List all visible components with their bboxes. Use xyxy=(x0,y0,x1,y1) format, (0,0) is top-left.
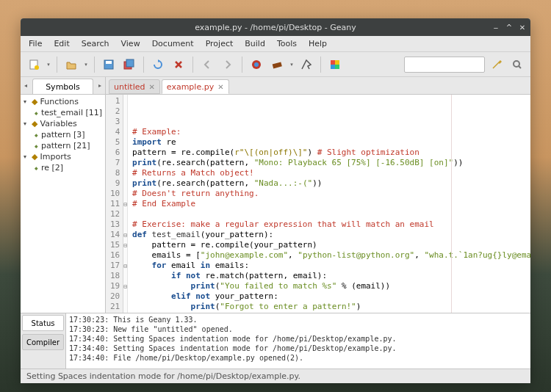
svg-point-13 xyxy=(514,61,519,67)
fold-marker-icon xyxy=(123,148,127,158)
fold-marker-icon[interactable]: ⊟ xyxy=(123,230,127,240)
file-tab[interactable]: untitled✕ xyxy=(109,79,160,94)
right-margin-guide xyxy=(451,95,452,313)
window-title: example.py - /home/pi/Desktop - Geany xyxy=(195,23,356,32)
sidebar-nav-right-icon[interactable]: ▸ xyxy=(95,77,105,94)
fold-marker-icon xyxy=(123,312,127,313)
search-clear-icon[interactable] xyxy=(488,56,505,73)
tree-item[interactable]: ⬥pattern [21] xyxy=(21,140,105,151)
fold-marker-icon xyxy=(123,291,127,302)
fold-marker-icon xyxy=(123,271,127,281)
menu-project[interactable]: Project xyxy=(201,37,239,50)
search-button-icon[interactable] xyxy=(508,56,526,73)
menu-help[interactable]: Help xyxy=(303,37,332,50)
new-file-icon[interactable] xyxy=(25,56,43,73)
fold-marker-icon xyxy=(123,127,127,137)
line-number-gutter: 1234567891011121314151617181920212223 xyxy=(106,95,123,313)
tree-item[interactable]: ⬥test_email [11] xyxy=(21,107,105,118)
close-tab-icon[interactable]: ✕ xyxy=(148,83,154,91)
svg-rect-11 xyxy=(331,65,335,69)
expand-icon[interactable]: ▾ xyxy=(24,120,29,127)
minimize-icon[interactable]: ‒ xyxy=(492,23,500,31)
statusbar: Setting Spaces indentation mode for /hom… xyxy=(21,369,530,383)
color-picker-icon[interactable] xyxy=(326,56,344,73)
menu-tools[interactable]: Tools xyxy=(272,37,302,50)
close-window-icon[interactable]: ✕ xyxy=(519,23,526,31)
fold-marker-icon xyxy=(123,106,127,117)
svg-rect-12 xyxy=(335,65,339,69)
menubar: File Edit Search View Document Project B… xyxy=(21,36,530,52)
file-tab[interactable]: example.py✕ xyxy=(162,79,229,94)
code-content[interactable]: # Example:import repattern = re.compile(… xyxy=(128,95,530,313)
tree-group[interactable]: ▾◆Functions xyxy=(21,96,105,107)
log-line: 17:34:40: Setting Spaces indentation mod… xyxy=(69,334,527,344)
symbol-tree[interactable]: ▾◆Functions⬥test_email [11]▾◆Variables⬥p… xyxy=(21,95,105,313)
close-tab-icon[interactable]: ✕ xyxy=(217,83,223,91)
fold-marker-icon xyxy=(123,178,127,189)
fold-marker-icon xyxy=(123,219,127,230)
fold-marker-icon xyxy=(123,209,127,219)
build-dropdown-icon[interactable]: ▾ xyxy=(289,62,295,68)
toolbar: ▾ ▾ ▾ xyxy=(21,52,530,77)
log-line: 17:34:40: Setting Spaces indentation mod… xyxy=(69,344,527,353)
code-editor[interactable]: 1234567891011121314151617181920212223 ⊟⊟… xyxy=(106,95,530,313)
svg-rect-8 xyxy=(273,62,282,68)
close-file-icon[interactable] xyxy=(170,56,187,73)
status-text: Setting Spaces indentation mode for /hom… xyxy=(26,371,300,381)
tree-item[interactable]: ⬥re [2] xyxy=(21,162,105,173)
fold-marker-icon xyxy=(123,250,127,261)
fold-marker-icon xyxy=(123,117,127,127)
log-line: 17:30:23: This is Geany 1.33. xyxy=(69,315,527,324)
svg-rect-10 xyxy=(335,60,339,65)
tree-group[interactable]: ▾◆Imports xyxy=(21,151,105,162)
fold-marker-icon xyxy=(123,189,127,199)
fold-marker-icon[interactable]: ⊟ xyxy=(123,199,127,209)
file-tab-label: example.py xyxy=(167,82,214,92)
fold-marker-icon xyxy=(123,137,127,148)
fold-marker-icon xyxy=(123,96,127,106)
forward-icon[interactable] xyxy=(219,56,237,73)
open-dropdown-icon[interactable]: ▾ xyxy=(83,62,89,68)
reload-icon[interactable] xyxy=(149,56,167,73)
menu-build[interactable]: Build xyxy=(240,37,270,50)
titlebar[interactable]: example.py - /home/pi/Desktop - Geany ‒ … xyxy=(21,18,530,36)
sidebar-tab-symbols[interactable]: Symbols xyxy=(32,79,93,94)
tree-group[interactable]: ▾◆Variables xyxy=(21,118,105,129)
message-tab-status[interactable]: Status xyxy=(22,315,64,331)
save-icon[interactable] xyxy=(100,56,118,73)
menu-view[interactable]: View xyxy=(116,37,145,50)
message-panel-content[interactable]: 17:30:23: This is Geany 1.33.17:30:23: N… xyxy=(66,313,530,369)
menu-search[interactable]: Search xyxy=(76,37,115,50)
svg-rect-5 xyxy=(126,59,134,67)
fold-marker-icon xyxy=(123,168,127,178)
file-tab-label: untitled xyxy=(114,82,145,92)
expand-icon[interactable]: ▾ xyxy=(24,153,29,160)
svg-rect-9 xyxy=(331,60,335,65)
fold-marker-icon xyxy=(123,158,127,168)
menu-file[interactable]: File xyxy=(24,37,47,50)
open-icon[interactable] xyxy=(62,56,80,73)
fold-marker-icon[interactable]: ⊟ xyxy=(123,281,127,291)
compile-icon[interactable] xyxy=(248,56,265,73)
message-tab-compiler[interactable]: Compiler xyxy=(22,334,64,350)
app-window: example.py - /home/pi/Desktop - Geany ‒ … xyxy=(21,18,530,383)
sidebar-nav-left-icon[interactable]: ◂ xyxy=(21,77,31,94)
tree-item[interactable]: ⬥pattern [3] xyxy=(21,129,105,140)
fold-marker-icon xyxy=(123,302,127,312)
new-file-dropdown-icon[interactable]: ▾ xyxy=(46,62,51,68)
fold-marker-icon[interactable]: ⊟ xyxy=(123,261,127,271)
svg-point-7 xyxy=(254,62,259,67)
fold-marker-icon[interactable]: ⊟ xyxy=(123,240,127,250)
file-tab-bar: untitled✕example.py✕ xyxy=(106,77,530,95)
build-icon[interactable] xyxy=(268,56,286,73)
maximize-icon[interactable]: ^ xyxy=(505,23,513,31)
svg-rect-3 xyxy=(106,61,112,64)
search-input[interactable] xyxy=(404,57,485,73)
run-icon[interactable] xyxy=(298,56,315,73)
back-icon[interactable] xyxy=(198,56,216,73)
save-all-icon[interactable] xyxy=(120,56,138,73)
sidebar: ◂ Symbols ▸ ▾◆Functions⬥test_email [11]▾… xyxy=(21,77,106,313)
expand-icon[interactable]: ▾ xyxy=(24,98,29,105)
menu-document[interactable]: Document xyxy=(147,37,199,50)
menu-edit[interactable]: Edit xyxy=(48,37,74,50)
